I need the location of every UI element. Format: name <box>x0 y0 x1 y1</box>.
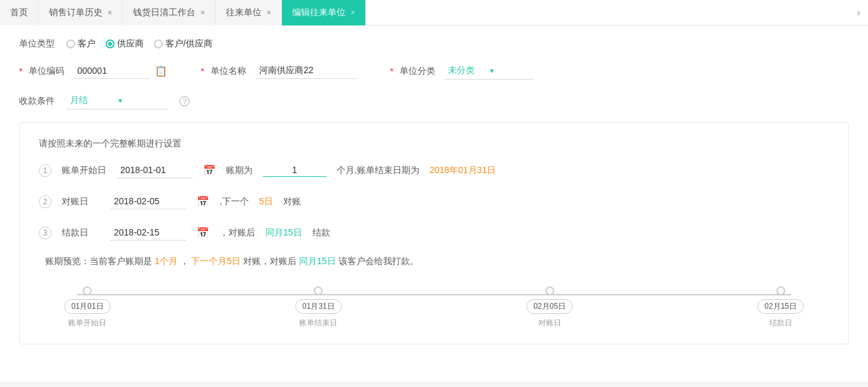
payment-help-icon[interactable]: ? <box>179 96 190 106</box>
tab-home[interactable]: 首页 <box>0 0 39 25</box>
unit-category-value: 未分类 <box>448 65 487 76</box>
timeline-node-0: 01月01日 账单开始日 <box>64 286 111 328</box>
timeline-nodes: 01月01日 账单开始日 01月31日 账单结束日 02月05日 对账日 02月… <box>64 286 804 328</box>
step-3-prefix: ，对账后 <box>220 227 255 239</box>
node-dot-2 <box>545 286 554 295</box>
unit-category-label: 单位分类 <box>400 66 435 77</box>
box-title: 请按照未来的一个完整帐期进行设置 <box>39 138 829 150</box>
unit-category-dropdown[interactable]: 未分类 ▾ <box>444 62 533 80</box>
payment-terms-row: 收款条件 月结 ▾ ? <box>19 92 849 109</box>
unit-code-input[interactable] <box>73 63 150 79</box>
radio-label-both: 客户/供应商 <box>165 38 213 50</box>
step-num-1: 1 <box>39 164 52 177</box>
node-dot-0 <box>83 286 92 295</box>
unit-name-group: * 单位名称 <box>200 63 356 79</box>
preview-prefix: 账期预览：当前客户账期是 <box>45 256 152 266</box>
timeline-node-1: 01月31日 账单结束日 <box>295 286 342 328</box>
unit-type-radio-group: 客户 供应商 客户/供应商 <box>66 38 213 50</box>
step-2-prefix: ,下一个 <box>220 196 249 208</box>
preview-middle: 对账，对账后 <box>243 256 297 266</box>
radio-circle-both <box>154 39 163 48</box>
step-3-highlight: 同月15日 <box>265 227 302 239</box>
preview-part1: 1个月 <box>155 256 178 266</box>
timeline-container: 01月01日 账单开始日 01月31日 账单结束日 02月05日 对账日 02月… <box>39 286 829 328</box>
preview-suffix: 该客户会给我打款。 <box>339 256 419 266</box>
step-cal-icon-1[interactable]: 📅 <box>203 164 216 176</box>
step-2-highlight: 5日 <box>259 196 273 208</box>
unit-type-label: 单位类型 <box>19 38 55 50</box>
preview-part2: 下一个月5日 <box>191 256 241 266</box>
radio-supplier[interactable]: 供应商 <box>106 38 144 50</box>
node-desc-2: 对账日 <box>538 318 561 328</box>
step-label-1: 账单开始日 <box>62 165 106 176</box>
radio-both[interactable]: 客户/供应商 <box>154 38 213 50</box>
period-settings-box: 请按照未来的一个完整帐期进行设置 1 账单开始日 📅 账期为 个月,账单结束日期… <box>19 122 849 344</box>
step-3-suffix: 结款 <box>312 227 330 239</box>
step-period-end: 2018年01月31日 <box>430 165 496 176</box>
node-label-2: 02月05日 <box>526 299 573 314</box>
unit-code-group: * 单位编码 📋 <box>19 63 167 79</box>
step-label-3: 结款日 <box>62 227 100 239</box>
tab-edit-partner[interactable]: 编辑往来单位 × <box>282 0 366 25</box>
tab-close-sales[interactable]: × <box>108 8 112 17</box>
tab-partner-units[interactable]: 往来单位 × <box>216 0 282 25</box>
step-2-suffix: 对账 <box>283 196 301 208</box>
tab-close-cash[interactable]: × <box>200 8 205 17</box>
step-row-2: 2 对账日 📅 ,下一个 5日 对账 <box>39 194 829 209</box>
node-label-1: 01月31日 <box>295 299 342 314</box>
tabs-bar: 首页 销售订单历史 × 钱货日清工作台 × 往来单位 × 编辑往来单位 × › <box>0 0 868 25</box>
tab-close-partner[interactable]: × <box>267 8 271 17</box>
timeline-node-3: 02月15日 结款日 <box>757 286 804 328</box>
node-dot-3 <box>776 286 785 295</box>
tab-cash-ledger[interactable]: 钱货日清工作台 × <box>123 0 216 25</box>
step-row-1: 1 账单开始日 📅 账期为 个月,账单结束日期为 2018年01月31日 <box>39 162 829 178</box>
radio-label-customer: 客户 <box>78 38 95 50</box>
step-row-3: 3 结款日 📅 ，对账后 同月15日 结款 <box>39 225 829 241</box>
unit-code-copy-icon[interactable]: 📋 <box>155 65 167 77</box>
step-cal-icon-3[interactable]: 📅 <box>197 227 209 239</box>
tab-expand-button[interactable]: › <box>850 7 868 18</box>
step-date-1[interactable] <box>116 162 193 178</box>
tab-sales-order-history[interactable]: 销售订单历史 × <box>39 0 123 25</box>
step-cal-icon-2[interactable]: 📅 <box>197 195 209 208</box>
step-label-2: 对账日 <box>62 196 100 208</box>
radio-customer[interactable]: 客户 <box>66 38 95 50</box>
preview-comma1: ， <box>180 256 189 266</box>
preview-text: 账期预览：当前客户账期是 1个月 ， 下一个月5日 对账，对账后 同月15日 该… <box>39 256 829 267</box>
step-period-prefix: 账期为 <box>226 165 253 176</box>
tab-close-edit[interactable]: × <box>351 8 355 17</box>
step-period-suffix: 个月,账单结束日期为 <box>337 165 419 176</box>
page-content: 单位类型 客户 供应商 客户/供应商 * 单位编码 📋 * 单位名称 <box>0 25 868 382</box>
node-dot-1 <box>314 286 323 295</box>
payment-terms-dropdown[interactable]: 月结 ▾ <box>66 92 168 109</box>
category-dropdown-arrow: ▾ <box>490 66 529 75</box>
unit-name-label: 单位名称 <box>211 66 246 77</box>
unit-code-label: 单位编码 <box>29 66 64 77</box>
step-date-2[interactable] <box>110 194 186 209</box>
radio-circle-customer <box>66 39 75 48</box>
unit-name-input[interactable] <box>255 63 357 79</box>
timeline-node-2: 02月05日 对账日 <box>526 286 573 328</box>
step-date-3[interactable] <box>110 225 186 241</box>
unit-info-row: * 单位编码 📋 * 单位名称 * 单位分类 未分类 ▾ <box>19 62 849 80</box>
node-label-3: 02月15日 <box>757 299 804 314</box>
step-period-input[interactable] <box>263 164 326 177</box>
node-desc-0: 账单开始日 <box>68 318 106 328</box>
step-num-2: 2 <box>39 195 52 208</box>
payment-dropdown-arrow: ▾ <box>118 96 164 105</box>
preview-part3: 同月15日 <box>299 256 336 266</box>
unit-type-row: 单位类型 客户 供应商 客户/供应商 <box>19 38 849 50</box>
radio-label-supplier: 供应商 <box>117 38 144 50</box>
node-label-0: 01月01日 <box>64 299 111 314</box>
unit-name-required: * <box>200 66 204 76</box>
unit-category-group: * 单位分类 未分类 ▾ <box>390 62 533 80</box>
radio-circle-supplier <box>106 39 115 48</box>
step-num-3: 3 <box>39 227 52 239</box>
payment-terms-label: 收款条件 <box>19 95 55 107</box>
node-desc-3: 结款日 <box>769 318 792 328</box>
unit-cat-required: * <box>390 66 393 76</box>
node-desc-1: 账单结束日 <box>299 318 337 328</box>
unit-code-required: * <box>19 66 22 76</box>
payment-terms-value: 月结 <box>70 95 116 106</box>
